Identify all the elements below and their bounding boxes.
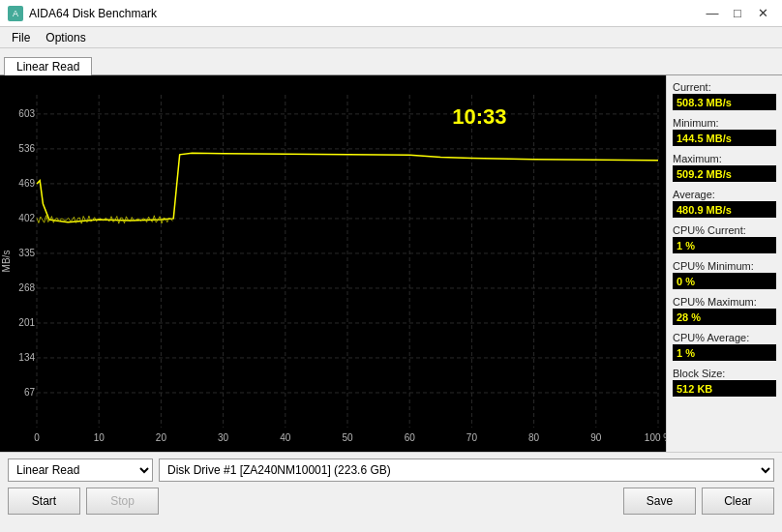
stat-value: 509.2 MB/s [673, 165, 776, 182]
stat-label: Average: [673, 189, 776, 200]
maximize-button[interactable]: □ [726, 5, 749, 22]
stat-value: 512 KB [673, 380, 776, 397]
minimize-button[interactable]: — [701, 5, 724, 22]
drive-select[interactable]: Disk Drive #1 [ZA240NM10001] (223.6 GB) [159, 458, 774, 482]
clear-button[interactable]: Clear [702, 488, 774, 515]
stat-label: CPU% Maximum: [673, 296, 776, 308]
stat-block: Maximum:509.2 MB/s [673, 153, 776, 182]
stat-value: 508.3 MB/s [673, 94, 776, 110]
stat-value: 0 % [673, 273, 776, 289]
menu-file[interactable]: File [4, 29, 38, 46]
menu-bar: File Options [0, 27, 782, 48]
stat-value: 1 % [673, 237, 776, 253]
app-icon: A [8, 6, 23, 21]
stat-block: Average:480.9 MB/s [673, 189, 776, 218]
stat-label: CPU% Minimum: [673, 260, 776, 272]
start-button[interactable]: Start [8, 488, 80, 515]
stat-label: Maximum: [673, 153, 776, 164]
stat-label: Current: [673, 81, 776, 93]
sidebar: Current:508.3 MB/sMinimum:144.5 MB/sMaxi… [666, 75, 782, 452]
save-button[interactable]: Save [623, 488, 696, 515]
title-bar: A AIDA64 Disk Benchmark — □ ✕ [0, 0, 782, 27]
stat-block: CPU% Average:1 % [673, 332, 776, 361]
stat-block: Minimum:144.5 MB/s [673, 117, 776, 146]
stat-block: CPU% Current:1 % [673, 224, 776, 253]
stat-label: CPU% Average: [673, 332, 776, 343]
stat-block: CPU% Minimum:0 % [673, 260, 776, 289]
bottom-controls: Linear ReadRandom ReadBuffered ReadAvera… [0, 453, 782, 532]
benchmark-select[interactable]: Linear ReadRandom ReadBuffered ReadAvera… [8, 458, 153, 482]
tab-linear-read[interactable]: Linear Read [4, 57, 92, 75]
window-title: AIDA64 Disk Benchmark [29, 7, 157, 20]
chart-area [0, 75, 666, 452]
stat-value: 1 % [673, 344, 776, 361]
stat-label: CPU% Current: [673, 224, 776, 236]
stat-value: 28 % [673, 309, 776, 325]
stat-value: 144.5 MB/s [673, 130, 776, 146]
stat-block: Current:508.3 MB/s [673, 81, 776, 110]
stat-label: Block Size: [673, 368, 776, 379]
stat-value: 480.9 MB/s [673, 201, 776, 218]
stat-label: Minimum: [673, 117, 776, 129]
tab-bar: Linear Read [0, 48, 782, 75]
close-button[interactable]: ✕ [751, 5, 774, 22]
stop-button[interactable]: Stop [86, 488, 159, 515]
stat-block: Block Size:512 KB [673, 368, 776, 397]
stat-block: CPU% Maximum:28 % [673, 296, 776, 325]
menu-options[interactable]: Options [38, 29, 93, 46]
